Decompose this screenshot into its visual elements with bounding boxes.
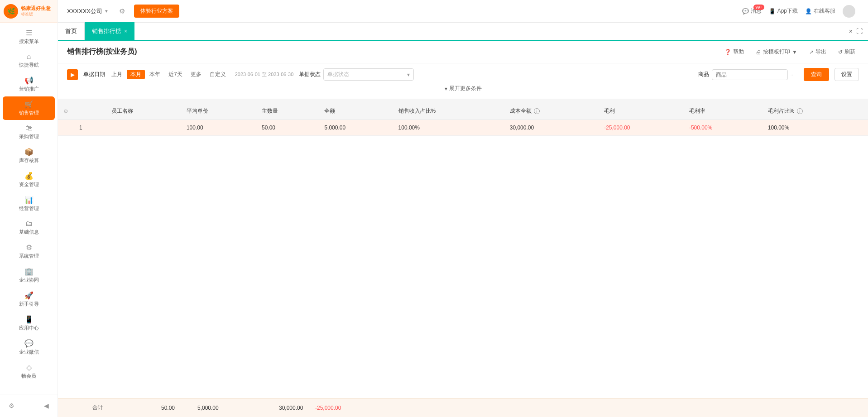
date-filter-label: 单据日期 [83, 71, 105, 78]
sidebar-icon-base-info: 🗂 [25, 220, 33, 228]
print-btn[interactable]: 🖨 按模板打印 ▼ [752, 46, 801, 58]
sidebar-icon-inventory: 📦 [24, 148, 34, 156]
date-option-7days[interactable]: 近7天 [165, 70, 186, 79]
logo-text: 畅康通好生意 [21, 5, 51, 11]
cell-cost: 30,000.00 [504, 120, 599, 136]
sidebar-item-enterprise[interactable]: 🏢企业协同 [3, 264, 55, 287]
sidebar-icon-purchase: 🛍 [25, 124, 33, 132]
sidebar-item-inventory[interactable]: 📦库存核算 [3, 144, 55, 168]
cell-gross-pct: 100.00% [762, 120, 868, 136]
date-options: 上月 本月 本年 近7天 更多 自定义 [108, 70, 230, 79]
sidebar-item-base-info[interactable]: 🗂基础信息 [3, 216, 55, 239]
expand-row: ▾ 展开更多条件 [67, 85, 859, 94]
col-name: 员工名称 [106, 103, 181, 120]
sidebar-label-base-info: 基础信息 [19, 229, 39, 235]
table-header-row: ⚙ 员工名称 平均单价 主数量 全额 销售收入占比% 成本全额 i 毛利 毛利率… [58, 103, 868, 120]
sidebar-item-finance[interactable]: 💰资金管理 [3, 168, 55, 192]
sidebar-item-app-center[interactable]: 📱应用中心 [3, 312, 55, 335]
refresh-btn[interactable]: ↺ 刷新 [834, 46, 859, 58]
settings-button[interactable]: 设置 [834, 68, 859, 81]
sidebar-label-enterprise: 企业协同 [19, 277, 39, 283]
sidebar-item-system[interactable]: ⚙系统管理 [3, 240, 55, 263]
gross-pct-info-icon[interactable]: i [797, 108, 803, 114]
page-title: 销售排行榜(按业务员) [67, 47, 137, 57]
app-download-action[interactable]: 📱 App下载 [769, 7, 798, 15]
filter-goods-group: 商品 ··· [698, 69, 795, 80]
sidebar-item-operations[interactable]: 📊经营管理 [3, 192, 55, 216]
user-avatar[interactable] [843, 5, 855, 18]
tab-home[interactable]: 首页 [58, 22, 85, 40]
footer-gross: -25,000.00 [310, 405, 346, 411]
date-option-more[interactable]: 更多 [187, 70, 205, 79]
cell-rank: 1 [74, 120, 106, 136]
sidebar-label-purchase: 采购管理 [19, 133, 39, 140]
more-fields-icon[interactable]: ··· [791, 72, 795, 77]
message-icon: 💬 [742, 8, 749, 14]
sidebar-item-quick-nav[interactable]: ⌂快捷导航 [3, 49, 55, 72]
data-table: ⚙ 员工名称 平均单价 主数量 全额 销售收入占比% 成本全额 i 毛利 毛利率… [58, 103, 868, 136]
sidebar-label-marketing: 营销推广 [19, 86, 39, 92]
cell-name [106, 120, 181, 136]
tab-label: 销售排行榜 [92, 27, 121, 35]
topbar-settings-btn[interactable]: ⚙ [116, 5, 129, 18]
page-title-row: 销售排行榜(按业务员) ❓ 帮助 🖨 按模板打印 ▼ ↗ 导出 [67, 46, 859, 58]
sidebar-item-member[interactable]: ◇畅会员 [3, 359, 55, 383]
tab-close-icon[interactable]: × [124, 28, 127, 34]
cell-settings [58, 120, 74, 136]
topbar-right: 💬 消息 99+ 📱 App下载 👤 在线客服 [742, 5, 863, 18]
online-service-action[interactable]: 👤 在线客服 [805, 7, 835, 15]
col-cost: 成本全额 i [504, 103, 599, 120]
col-avg-price: 平均单价 [181, 103, 256, 120]
export-icon: ↗ [809, 49, 814, 55]
company-selector[interactable]: XXXXXX公司 ▼ [63, 5, 112, 17]
sidebar-nav: ☰搜索菜单⌂快捷导航📢营销推广🛒销售管理🛍采购管理📦库存核算💰资金管理📊经营管理… [0, 23, 58, 394]
refresh-icon: ↺ [838, 49, 843, 55]
sidebar-label-search-order: 搜索菜单 [19, 38, 39, 45]
filter-collapse-btn[interactable]: ▶ [67, 69, 78, 80]
status-select[interactable]: 单据状态 ▾ [323, 68, 414, 81]
company-name: XXXXXX公司 [67, 7, 102, 15]
goods-input[interactable] [712, 69, 788, 80]
expand-conditions-btn[interactable]: ▾ 展开更多条件 [445, 85, 482, 92]
sidebar-icon-search-order: ☰ [26, 29, 32, 37]
query-button[interactable]: 查询 [804, 68, 829, 81]
filter-date-group: 单据日期 上月 本月 本年 近7天 更多 自定义 [83, 70, 230, 79]
date-option-lastmonth[interactable]: 上月 [108, 70, 126, 79]
sidebar-icon-system: ⚙ [26, 243, 32, 252]
sidebar-settings-btn[interactable]: ⚙ [5, 399, 18, 412]
date-range-display: 2023-06-01 至 2023-06-30 [235, 71, 294, 78]
cell-quantity: 50.00 [256, 120, 319, 136]
tab-expand-icon[interactable]: ⛶ [856, 28, 863, 35]
sidebar-item-marketing[interactable]: 📢营销推广 [3, 72, 55, 96]
date-option-thismonth[interactable]: 本月 [127, 70, 145, 79]
message-action[interactable]: 💬 消息 99+ [742, 7, 762, 15]
tab-sales-ranking[interactable]: 销售排行榜 × [85, 22, 134, 40]
sidebar-icon-wechat: 💬 [24, 339, 34, 348]
col-amount: 全额 [319, 103, 393, 120]
sidebar-item-search-order[interactable]: ☰搜索菜单 [3, 25, 55, 48]
cost-info-icon[interactable]: i [534, 108, 540, 114]
cell-gross: -25,000.00 [599, 120, 684, 136]
print-dropdown-icon: ▼ [792, 49, 797, 55]
sidebar-item-guide[interactable]: 🚀新手引导 [3, 288, 55, 311]
sidebar-item-purchase[interactable]: 🛍采购管理 [3, 120, 55, 144]
export-btn[interactable]: ↗ 导出 [806, 46, 830, 58]
sidebar-label-member: 畅会员 [21, 373, 36, 379]
tab-bar: 首页 销售排行榜 × × ⛶ [58, 23, 868, 41]
page-actions: ❓ 帮助 🖨 按模板打印 ▼ ↗ 导出 ↺ 刷新 [721, 46, 859, 58]
date-option-thisyear[interactable]: 本年 [146, 70, 164, 79]
status-select-value: 单据状态 [327, 71, 349, 78]
sidebar-label-inventory: 库存核算 [19, 157, 39, 164]
help-icon: ❓ [724, 49, 731, 55]
sidebar-icon-finance: 💰 [24, 172, 34, 180]
sidebar-item-wechat[interactable]: 💬企业微信 [3, 336, 55, 359]
tab-close-all-icon[interactable]: × [849, 28, 853, 35]
help-btn[interactable]: ❓ 帮助 [721, 46, 748, 58]
date-option-custom[interactable]: 自定义 [206, 70, 230, 79]
sidebar-icon-marketing: 📢 [24, 76, 34, 85]
table-row: 1 100.00 50.00 5,000.00 100.00% 30,000.0… [58, 120, 868, 136]
sidebar-item-sales[interactable]: 🛒销售管理 [3, 96, 55, 120]
sidebar-collapse-btn[interactable]: ◀ [39, 399, 53, 412]
trial-button[interactable]: 体验行业方案 [134, 5, 179, 18]
col-settings[interactable]: ⚙ [58, 103, 74, 120]
